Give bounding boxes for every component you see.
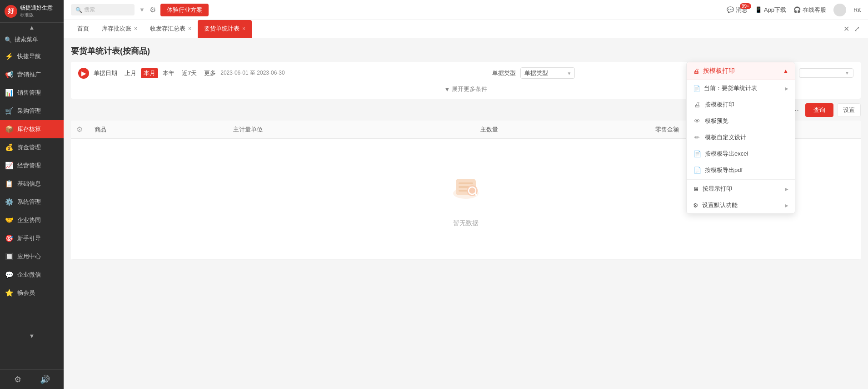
tab-close-collection-summary[interactable]: × bbox=[188, 25, 191, 32]
tab-close-window[interactable]: ✕ bbox=[843, 24, 850, 34]
svg-rect-2 bbox=[459, 182, 473, 184]
dropdown-default-func[interactable]: ⚙ 设置默认功能 ▶ bbox=[687, 197, 795, 213]
finance-icon: 💰 bbox=[5, 143, 14, 152]
tab-close-batch-account[interactable]: × bbox=[134, 25, 137, 32]
tab-batch-account[interactable]: 库存批次账 × bbox=[95, 20, 144, 38]
sidebar-item-finance[interactable]: 💰 资金管理 bbox=[0, 138, 64, 157]
settings-button[interactable]: 设置 bbox=[837, 103, 861, 117]
default-func-icon: ⚙ bbox=[693, 202, 698, 209]
filter-expand-button[interactable]: ▶ bbox=[78, 68, 89, 79]
template-preview-icon: 👁 bbox=[693, 117, 701, 125]
sidebar-item-inventory[interactable]: 📦 库存核算 bbox=[0, 120, 64, 138]
sidebar-item-marketing[interactable]: 📢 营销推广 bbox=[0, 66, 64, 84]
app-logo-icon: 好 bbox=[5, 5, 17, 18]
query-button[interactable]: 查询 bbox=[805, 103, 833, 117]
empty-icon bbox=[448, 171, 484, 214]
sidebar: 好 畅捷通好生意 标准版 ▲ 🔍 搜索菜单 ⚡ 快捷导航 📢 营销推广 📊 销售… bbox=[0, 0, 64, 389]
sidebar-search-item[interactable]: 🔍 搜索菜单 bbox=[0, 32, 64, 47]
col-quantity: 主数量 bbox=[475, 121, 650, 139]
topbar-search-box[interactable]: 🔍 搜索 bbox=[71, 4, 135, 15]
date-btn-this-month[interactable]: 本月 bbox=[141, 68, 158, 78]
appstore-icon: 🔲 bbox=[5, 252, 14, 261]
dropdown-header[interactable]: 🖨 按模板打印 ▲ bbox=[687, 62, 795, 80]
sidebar-item-member[interactable]: ⭐ 畅会员 bbox=[0, 284, 64, 302]
col-product: 商品 bbox=[89, 121, 228, 139]
purchase-icon: 🛒 bbox=[5, 106, 14, 116]
tab-collection-summary[interactable]: 收发存汇总表 × bbox=[144, 20, 198, 38]
sidebar-item-quicknav[interactable]: ⚡ 快捷导航 bbox=[0, 47, 64, 66]
search-icon: 🔍 bbox=[5, 36, 12, 43]
service-icon: 🎧 bbox=[793, 6, 801, 13]
date-btn-7days[interactable]: 近7天 bbox=[179, 68, 200, 78]
sidebar-item-sales[interactable]: 📊 销售管理 bbox=[0, 84, 64, 102]
date-btn-last-month[interactable]: 上月 bbox=[122, 68, 139, 78]
sidebar-scroll-up[interactable]: ▲ bbox=[0, 23, 64, 32]
dropdown-collapse-icon: ▲ bbox=[783, 68, 788, 74]
display-print-arrow: ▶ bbox=[785, 187, 788, 192]
template-custom-icon: ✏ bbox=[693, 133, 701, 141]
template-excel-icon: 📄 bbox=[693, 150, 701, 158]
dropdown-item-template-pdf[interactable]: 📄 按模板导出pdf bbox=[687, 162, 795, 178]
topbar-right-area: 💬 消息 99+ 📱 App下载 🎧 在线客服 Rit bbox=[727, 4, 861, 16]
display-print-icon: 🖥 bbox=[693, 186, 699, 192]
app-download-icon: 📱 bbox=[755, 6, 762, 13]
dropdown-item-template-preview[interactable]: 👁 模板预览 bbox=[687, 113, 795, 129]
sidebar-logo: 好 畅捷通好生意 标准版 bbox=[0, 0, 64, 23]
sidebar-scroll-down[interactable]: ▼ bbox=[0, 331, 64, 341]
app-download-btn[interactable]: 📱 App下载 bbox=[755, 6, 786, 14]
trial-button[interactable]: 体验行业方案 bbox=[160, 4, 209, 16]
member-icon: ⭐ bbox=[5, 288, 14, 298]
template-print-icon: 🖨 bbox=[693, 101, 701, 109]
sidebar-item-collab[interactable]: 🤝 企业协同 bbox=[0, 211, 64, 229]
settings-bottom-icon[interactable]: ⚙ bbox=[14, 374, 21, 384]
sidebar-item-wecom[interactable]: 💬 企业微信 bbox=[0, 266, 64, 284]
wecom-icon: 💬 bbox=[5, 270, 14, 279]
empty-text: 暂无数据 bbox=[453, 219, 479, 227]
filter-yh-input[interactable]: ▼ bbox=[799, 68, 853, 78]
tabs-bar: 首页 库存批次账 × 收发存汇总表 × 要货单统计表 × ✕ ⤢ bbox=[64, 20, 868, 38]
dropdown-display-print[interactable]: 🖥 按显示打印 ▶ bbox=[687, 181, 795, 197]
collab-icon: 🤝 bbox=[5, 216, 14, 225]
page-title: 要货单统计表(按商品) bbox=[71, 45, 861, 56]
inventory-icon: 📦 bbox=[5, 125, 14, 134]
quicknav-icon: ⚡ bbox=[5, 52, 14, 61]
filter-type-select-wrap: 单据类型 bbox=[520, 67, 575, 79]
tab-maximize-window[interactable]: ⤢ bbox=[853, 24, 861, 34]
app-logo-text: 畅捷通好生意 标准版 bbox=[20, 5, 53, 18]
dropdown-current-template[interactable]: 📄 当前：要货单统计表 ▶ bbox=[687, 80, 795, 96]
default-func-arrow: ▶ bbox=[785, 203, 788, 208]
messages-btn[interactable]: 💬 消息 99+ bbox=[727, 6, 748, 14]
table-column-settings-icon[interactable]: ⚙ bbox=[76, 126, 83, 133]
dropdown-item-template-excel[interactable]: 📄 按模板导出excel bbox=[687, 146, 795, 162]
date-btn-this-year[interactable]: 本年 bbox=[160, 68, 177, 78]
dropdown-item-template-custom[interactable]: ✏ 模板自定义设计 bbox=[687, 129, 795, 146]
online-service-btn[interactable]: 🎧 在线客服 bbox=[793, 6, 826, 14]
basic-icon: 📋 bbox=[5, 179, 14, 188]
sales-icon: 📊 bbox=[5, 88, 14, 97]
tab-home[interactable]: 首页 bbox=[71, 20, 95, 38]
message-icon: 💬 bbox=[727, 6, 734, 13]
topbar-gear-icon[interactable]: ⚙ bbox=[150, 5, 156, 14]
sidebar-item-newbie[interactable]: 🎯 新手引导 bbox=[0, 229, 64, 248]
marketing-icon: 📢 bbox=[5, 70, 14, 79]
dropdown-item-template-print[interactable]: 🖨 按模板打印 bbox=[687, 96, 795, 113]
sidebar-item-operation[interactable]: 📈 经营管理 bbox=[0, 157, 64, 175]
tab-order-stats[interactable]: 要货单统计表 × bbox=[198, 20, 252, 38]
topbar-dropdown-icon[interactable]: ▼ bbox=[139, 6, 145, 13]
current-template-arrow: ▶ bbox=[785, 86, 788, 91]
sidebar-item-basic[interactable]: 📋 基础信息 bbox=[0, 175, 64, 193]
user-avatar[interactable] bbox=[833, 4, 846, 16]
newbie-icon: 🎯 bbox=[5, 234, 14, 243]
expand-more-button[interactable]: ▼ 展开更多条件 bbox=[444, 85, 488, 93]
system-icon: ⚙️ bbox=[5, 197, 14, 207]
topbar: 🔍 搜索 ▼ ⚙ 体验行业方案 💬 消息 99+ 📱 App下载 🎧 在线客服 … bbox=[64, 0, 868, 20]
tab-close-order-stats[interactable]: × bbox=[242, 25, 245, 32]
sidebar-item-system[interactable]: ⚙️ 系统管理 bbox=[0, 193, 64, 211]
sound-bottom-icon[interactable]: 🔊 bbox=[40, 374, 50, 384]
date-btn-more[interactable]: 更多 bbox=[201, 68, 219, 78]
sidebar-item-appstore[interactable]: 🔲 应用中心 bbox=[0, 248, 64, 266]
user-name: Rit bbox=[853, 6, 861, 13]
col-unit: 主计量单位 bbox=[228, 121, 475, 139]
sidebar-item-purchase[interactable]: 🛒 采购管理 bbox=[0, 102, 64, 120]
filter-type-select[interactable]: 单据类型 bbox=[520, 67, 575, 79]
